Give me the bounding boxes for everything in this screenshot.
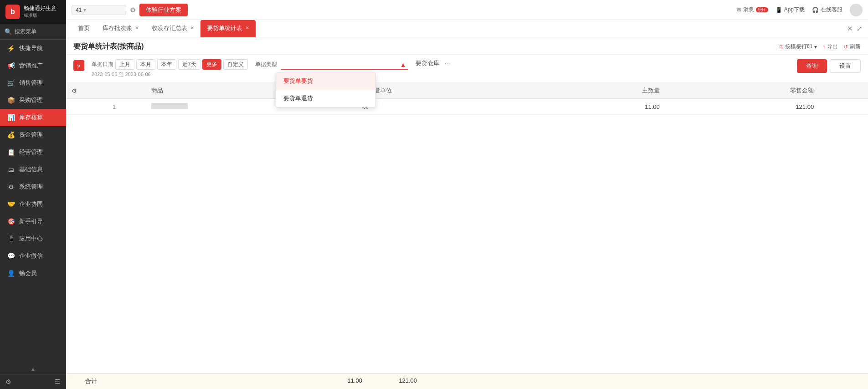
marketing-icon: 📢: [6, 62, 15, 69]
sidebar-item-basic[interactable]: 🗂 基础信息: [0, 161, 66, 178]
table-wrap: ⚙ 商品 主计量单位 主数量 零售金额 1: [66, 83, 868, 373]
tab-home[interactable]: 首页: [72, 20, 96, 37]
expand-icon: »: [77, 62, 81, 69]
sidebar-item-finance[interactable]: 💰 资金管理: [0, 126, 66, 143]
refresh-button[interactable]: ↺ 刷新: [843, 43, 861, 51]
topbar-left: 41 ▾ ⚙ 体验行业方案: [72, 4, 732, 16]
close-icon[interactable]: ✕: [190, 25, 194, 31]
app-logo: b 畅捷通好生意 标准版: [0, 0, 66, 24]
footer-label: 合计: [72, 377, 163, 385]
date-filter: 单据日期 上月 本月 本年 近7天 更多 自定义: [92, 59, 248, 70]
sidebar-item-sales[interactable]: 🛒 销售管理: [0, 74, 66, 92]
sidebar-item-label: 采购管理: [19, 96, 43, 104]
sidebar-item-appstore[interactable]: 📱 应用中心: [0, 230, 66, 247]
sidebar-item-label: 企业协同: [19, 200, 43, 208]
search-icon: 🔍: [5, 28, 12, 35]
sidebar-item-member[interactable]: 👤 畅会员: [0, 265, 66, 282]
refresh-icon: ↺: [843, 44, 848, 50]
sidebar-item-operation[interactable]: 📋 经营管理: [0, 143, 66, 161]
tab-label: 库存批次账: [103, 24, 132, 32]
sidebar-item-inventory[interactable]: 📊 库存核算: [0, 109, 66, 126]
close-icon[interactable]: ✕: [135, 25, 139, 31]
inventory-icon: 📊: [6, 114, 15, 121]
print-label: 按模板打印: [785, 43, 812, 51]
order-type-dropdown: 要货单要货 要货单退货: [276, 72, 376, 107]
sidebar-item-label: 畅会员: [19, 269, 37, 277]
tabs-bar: 首页 库存批次账 ✕ 收发存汇总表 ✕ 要货单统计表 ✕ ✕ ⤢: [66, 20, 868, 37]
tab-inventory-batch[interactable]: 库存批次账 ✕: [96, 20, 145, 37]
sidebar-item-system[interactable]: ⚙ 系统管理: [0, 178, 66, 195]
date-more-btn[interactable]: 更多: [202, 59, 221, 70]
sidebar-item-purchase[interactable]: 📦 采购管理: [0, 92, 66, 109]
export-icon: ↑: [822, 44, 825, 50]
filter-action-btns: 查询 设置: [797, 59, 861, 73]
app-subtitle: 标准版: [24, 12, 56, 19]
operation-icon: 📋: [6, 148, 15, 156]
messages-badge: 99+: [756, 7, 768, 12]
data-table: ⚙ 商品 主计量单位 主数量 零售金额 1: [66, 83, 868, 115]
shortcut-icon: ⚡: [6, 45, 15, 52]
sidebar-item-label: 快捷导航: [19, 44, 43, 52]
footer-settings-icon[interactable]: ⚙: [5, 378, 11, 385]
row-amount-cell: 121.00: [665, 99, 819, 115]
tabs-expand-icon[interactable]: ⤢: [857, 25, 863, 33]
filter-expand-button[interactable]: »: [73, 60, 84, 71]
sidebar-item-wechat[interactable]: 💬 企业微信: [0, 247, 66, 265]
footer-menu-icon[interactable]: ☰: [55, 378, 61, 385]
warehouse-label: 要货仓库: [416, 59, 439, 67]
sidebar-item-guide[interactable]: 🎯 新手引导: [0, 213, 66, 230]
date-7days-btn[interactable]: 近7天: [178, 59, 200, 70]
messages-label: 消息: [743, 6, 754, 14]
sidebar-search[interactable]: 🔍 搜索菜单: [0, 24, 66, 40]
warehouse-more-icon[interactable]: ···: [445, 60, 450, 67]
online-service-action[interactable]: 🎧 在线客服: [812, 6, 842, 14]
app-download-label: App下载: [784, 6, 805, 14]
tab-label: 首页: [78, 24, 90, 32]
dropdown-item-requisition[interactable]: 要货单要货: [276, 72, 375, 90]
online-service-label: 在线客服: [821, 6, 842, 14]
tab-order-summary[interactable]: 要货单统计表 ✕: [200, 20, 256, 37]
col-unit: 主计量单位: [357, 83, 537, 99]
order-type-input[interactable]: [281, 59, 408, 70]
settings-button[interactable]: 设置: [830, 59, 861, 73]
topbar-settings-icon[interactable]: ⚙: [130, 6, 136, 14]
row-unit-cell: 块: [357, 99, 537, 115]
tabs-end-actions: ✕ ⤢: [847, 25, 863, 33]
logo-icon: b: [5, 5, 20, 19]
order-type-dropdown-icon[interactable]: ▲: [400, 61, 406, 68]
date-curr-year-btn[interactable]: 本年: [157, 59, 176, 70]
col-extra: [819, 83, 868, 99]
print-icon: 🖨: [778, 44, 783, 50]
date-filter-group: 单据日期 上月 本月 本年 近7天 更多 自定义 2023-05-06 至 20…: [92, 59, 248, 78]
company-selector[interactable]: 41 ▾: [72, 5, 126, 15]
date-prev-month-btn[interactable]: 上月: [115, 59, 134, 70]
date-curr-month-btn[interactable]: 本月: [136, 59, 155, 70]
sidebar-item-shortcut[interactable]: ⚡ 快捷导航: [0, 40, 66, 57]
date-custom-btn[interactable]: 自定义: [223, 59, 248, 70]
print-template-button[interactable]: 🖨 按模板打印 ▾: [778, 43, 817, 51]
sidebar-item-label: 应用中心: [19, 235, 43, 243]
wechat-icon: 💬: [6, 252, 15, 260]
finance-icon: 💰: [6, 131, 15, 138]
export-button[interactable]: ↑ 导出: [822, 43, 838, 51]
col-settings[interactable]: ⚙: [66, 83, 82, 99]
sidebar-item-label: 系统管理: [19, 183, 43, 191]
close-icon[interactable]: ✕: [245, 25, 249, 31]
sidebar-item-marketing[interactable]: 📢 营销推广: [0, 57, 66, 74]
query-button[interactable]: 查询: [797, 59, 827, 73]
row-extra-cell: [819, 99, 868, 115]
collab-icon: 🤝: [6, 200, 15, 208]
sidebar-item-collab[interactable]: 🤝 企业协同: [0, 195, 66, 213]
tab-receivable-summary[interactable]: 收发存汇总表 ✕: [145, 20, 200, 37]
tabs-close-all-icon[interactable]: ✕: [847, 25, 853, 33]
dropdown-item-return[interactable]: 要货单退货: [276, 90, 375, 107]
sidebar-scroll-up[interactable]: ▲: [0, 364, 66, 374]
trial-button[interactable]: 体验行业方案: [139, 4, 188, 16]
footer-quantity: 11.00: [313, 377, 368, 385]
user-avatar[interactable]: [850, 4, 863, 16]
print-chevron: ▾: [814, 44, 817, 50]
messages-action[interactable]: ✉ 消息 99+: [737, 6, 768, 14]
row-num-cell: 1: [82, 99, 146, 115]
warehouse-filter-group: 要货仓库 ···: [416, 59, 450, 67]
app-download-action[interactable]: 📱 App下载: [776, 6, 805, 14]
